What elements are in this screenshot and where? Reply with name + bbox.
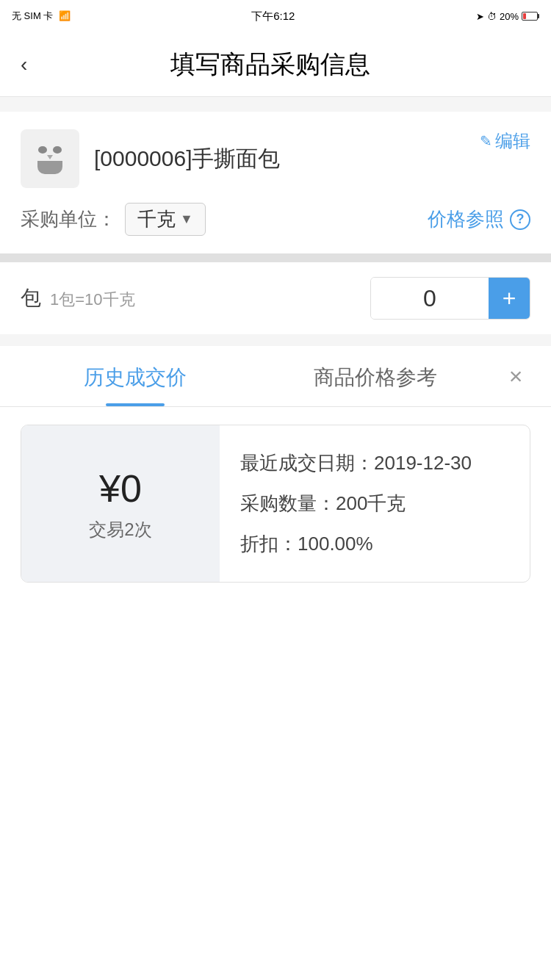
- history-trade-count: 交易2次: [89, 518, 151, 541]
- product-header: [0000006]手撕面包 ✎ 编辑: [21, 129, 530, 188]
- qty-unit-label: 包: [21, 284, 41, 312]
- alarm-icon: ⏱: [487, 11, 497, 22]
- tab-product-price-ref[interactable]: 商品价格参考: [255, 346, 495, 406]
- owl-eye-left: [38, 146, 47, 154]
- product-left: [0000006]手撕面包: [21, 129, 280, 188]
- status-left: 无 SIM 卡 📶: [12, 10, 71, 23]
- edit-icon: ✎: [480, 132, 492, 150]
- owl-beak: [47, 155, 53, 159]
- product-card: [0000006]手撕面包 ✎ 编辑 采购单位： 千克 ▼ 价格参照 ?: [0, 112, 551, 253]
- product-id: [0000006]: [94, 146, 192, 170]
- quantity-left: 包 1包=10千克: [21, 284, 135, 312]
- owl-eye-right: [53, 146, 62, 154]
- unit-select-dropdown[interactable]: 千克 ▼: [125, 203, 206, 236]
- history-price: ¥0: [99, 466, 142, 511]
- discount-value: 100.00%: [298, 533, 373, 555]
- main-content-area: [0, 600, 551, 980]
- product-logo: [32, 140, 68, 177]
- history-discount-row: 折扣：100.00%: [240, 530, 509, 558]
- status-time: 下午6:12: [251, 10, 295, 24]
- unit-label: 采购单位：: [21, 206, 116, 232]
- product-thumbnail: [21, 129, 79, 188]
- edit-button[interactable]: ✎ 编辑: [480, 129, 530, 153]
- battery-percent: 20%: [500, 11, 519, 22]
- quantity-plus-button[interactable]: +: [489, 278, 530, 319]
- history-content: ¥0 交易2次 最近成交日期：2019-12-30 采购数量：200千克 折扣：…: [0, 407, 551, 600]
- back-button[interactable]: ‹: [15, 47, 33, 82]
- page-title: 填写商品采购信息: [39, 48, 501, 82]
- history-card-right: 最近成交日期：2019-12-30 采购数量：200千克 折扣：100.00%: [220, 425, 530, 582]
- product-info-row: 采购单位： 千克 ▼ 价格参照 ?: [21, 203, 530, 236]
- price-ref-button[interactable]: 价格参照 ?: [428, 206, 530, 232]
- recent-date-value: 2019-12-30: [374, 452, 472, 474]
- status-right: ➤ ⏱ 20%: [476, 11, 539, 22]
- qty-label: 采购数量：: [240, 492, 336, 514]
- battery-icon: [522, 12, 539, 21]
- tab-price-ref-label: 商品价格参考: [314, 366, 437, 389]
- quantity-input-group: +: [370, 277, 530, 320]
- quantity-row: 包 1包=10千克 +: [0, 262, 551, 334]
- tab-active-indicator: [106, 403, 165, 406]
- quantity-input[interactable]: [371, 278, 489, 319]
- history-date-row: 最近成交日期：2019-12-30: [240, 449, 509, 478]
- recent-date-label: 最近成交日期：: [240, 452, 374, 474]
- owl-eyes: [38, 146, 62, 154]
- product-name: [0000006]手撕面包: [94, 144, 280, 174]
- price-ref-label: 价格参照: [428, 206, 504, 232]
- location-icon: ➤: [476, 11, 484, 22]
- tab-history-label: 历史成交价: [84, 366, 187, 389]
- tab-history-price[interactable]: 历史成交价: [15, 346, 255, 406]
- history-qty-row: 采购数量：200千克: [240, 489, 509, 518]
- tab-close-button[interactable]: ×: [495, 356, 536, 397]
- qty-sub-label: 1包=10千克: [50, 289, 135, 311]
- help-icon: ?: [510, 209, 530, 230]
- qty-value: 200千克: [336, 492, 406, 514]
- owl-body: [37, 161, 62, 174]
- unit-select-value: 千克: [137, 206, 176, 232]
- history-card: ¥0 交易2次 最近成交日期：2019-12-30 采购数量：200千克 折扣：…: [21, 425, 530, 583]
- edit-label: 编辑: [495, 129, 530, 153]
- wifi-icon: 📶: [56, 10, 71, 21]
- product-title: 手撕面包: [192, 146, 280, 170]
- status-bar: 无 SIM 卡 📶 下午6:12 ➤ ⏱ 20%: [0, 0, 551, 32]
- dropdown-arrow-icon: ▼: [180, 212, 193, 227]
- tab-area: 历史成交价 商品价格参考 × ¥0 交易2次 最近成交日期：2019-12-30…: [0, 346, 551, 600]
- tab-bar: 历史成交价 商品价格参考 ×: [0, 346, 551, 407]
- history-card-left: ¥0 交易2次: [21, 425, 220, 582]
- no-sim-label: 无 SIM 卡: [12, 10, 56, 21]
- unit-row: 采购单位： 千克 ▼: [21, 203, 206, 236]
- discount-label: 折扣：: [240, 533, 298, 555]
- nav-bar: ‹ 填写商品采购信息: [0, 32, 551, 97]
- section-divider: [0, 253, 551, 262]
